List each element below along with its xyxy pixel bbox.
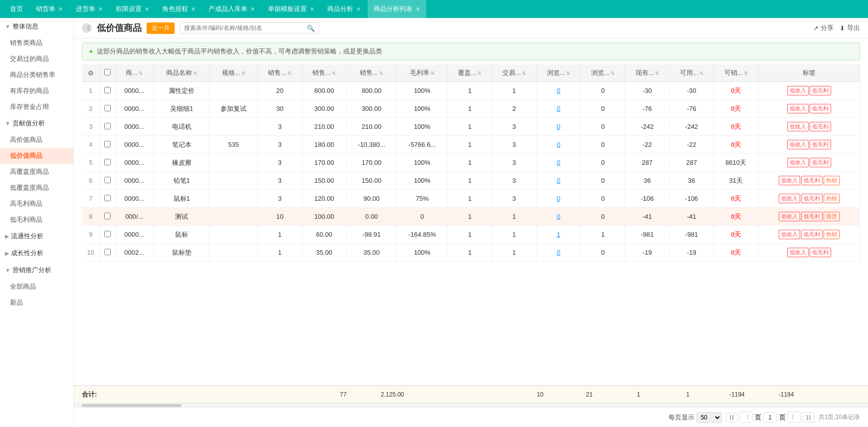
browse-count1[interactable]: 0 bbox=[536, 118, 581, 136]
nav-warehouse[interactable]: 产成品入库单 ✕ bbox=[203, 0, 261, 18]
close-icon[interactable]: ✕ bbox=[356, 6, 361, 12]
browse-link[interactable]: 0 bbox=[557, 195, 560, 202]
browse-count1[interactable]: 0 bbox=[536, 154, 581, 172]
sidebar-group-circulation[interactable]: ▶ 流通性分析 bbox=[0, 228, 73, 245]
row-checkbox-cell[interactable] bbox=[100, 190, 115, 208]
row-checkbox-cell[interactable] bbox=[100, 226, 115, 244]
sidebar-item-high-coverage[interactable]: 高覆盖度商品 bbox=[0, 164, 73, 180]
row-checkbox[interactable] bbox=[104, 231, 111, 237]
current-page[interactable]: 1 bbox=[763, 413, 777, 423]
sidebar-item-in-stock[interactable]: 有库存的商品 bbox=[0, 83, 73, 99]
browse-count1[interactable]: 0 bbox=[536, 208, 581, 226]
prev-page-button[interactable]: 〈 bbox=[740, 412, 753, 423]
col-settings[interactable]: ⚙ bbox=[82, 64, 100, 82]
share-button[interactable]: ↗ 分享 bbox=[813, 23, 834, 32]
browse-count1[interactable]: 1 bbox=[536, 226, 581, 244]
browse-link[interactable]: 0 bbox=[557, 177, 560, 184]
scrollbar-area[interactable] bbox=[74, 403, 868, 407]
browse-count1[interactable]: 0 bbox=[536, 244, 581, 262]
search-box[interactable]: 🔍 bbox=[180, 22, 319, 34]
row-checkbox-cell[interactable] bbox=[100, 172, 115, 190]
sidebar-item-new-products[interactable]: 新品 bbox=[0, 295, 73, 311]
nav-roles[interactable]: 角色授权 ✕ bbox=[156, 0, 202, 18]
col-margin[interactable]: 毛利率⇅ bbox=[397, 64, 447, 82]
export-button[interactable]: ⬇ 导出 bbox=[840, 23, 860, 32]
sidebar-item-sales-products[interactable]: 销售类商品 bbox=[0, 35, 73, 51]
row-checkbox-cell[interactable] bbox=[100, 154, 115, 172]
browse-count1[interactable]: 0 bbox=[536, 190, 581, 208]
col-val2[interactable]: 销售...⇅ bbox=[346, 64, 397, 82]
sidebar-group-marketing[interactable]: ▼ 营销推广分析 bbox=[0, 262, 73, 279]
browse-link[interactable]: 0 bbox=[557, 123, 560, 130]
row-checkbox[interactable] bbox=[104, 87, 111, 93]
col-checkbox[interactable] bbox=[100, 64, 115, 82]
col-browse2[interactable]: 浏览...⇅ bbox=[581, 64, 625, 82]
browse-link[interactable]: 0 bbox=[557, 159, 560, 166]
sidebar-group-contribution[interactable]: ▼ 贡献值分析 bbox=[0, 115, 73, 132]
col-qty[interactable]: 销售...⇅ bbox=[257, 64, 302, 82]
next-page-button[interactable]: 〉 bbox=[788, 412, 801, 423]
browse-count1[interactable]: 0 bbox=[536, 136, 581, 154]
browse-count1[interactable]: 0 bbox=[536, 82, 581, 100]
col-stock2[interactable]: 可用...⇅ bbox=[669, 64, 714, 82]
collapse-button[interactable]: 《 bbox=[82, 23, 92, 33]
nav-sales[interactable]: 销货单 ✕ bbox=[30, 0, 69, 18]
col-val1[interactable]: 销售...⇅ bbox=[302, 64, 346, 82]
sidebar-item-traded[interactable]: 交易过的商品 bbox=[0, 51, 73, 67]
row-checkbox-cell[interactable] bbox=[100, 82, 115, 100]
col-trade[interactable]: 交易...⇅ bbox=[492, 64, 536, 82]
close-icon[interactable]: ✕ bbox=[250, 6, 255, 12]
col-tags[interactable]: 标签 bbox=[758, 64, 860, 82]
sidebar-group-growth[interactable]: ▶ 成长性分析 bbox=[0, 245, 73, 262]
row-checkbox-cell[interactable] bbox=[100, 208, 115, 226]
row-checkbox[interactable] bbox=[104, 249, 111, 255]
sidebar-item-category-rate[interactable]: 商品分类销售率 bbox=[0, 67, 73, 83]
browse-count1[interactable]: 0 bbox=[536, 100, 581, 118]
sidebar-item-low-value[interactable]: 低价值商品 bbox=[0, 148, 73, 164]
browse-link[interactable]: 0 bbox=[557, 105, 560, 112]
sidebar-item-all-products[interactable]: 全部商品 bbox=[0, 279, 73, 295]
nav-perms[interactable]: 权限设置 ✕ bbox=[110, 0, 155, 18]
col-saleable[interactable]: 可销...⇅ bbox=[714, 64, 758, 82]
row-checkbox[interactable] bbox=[104, 105, 111, 111]
per-page-select[interactable]: 50 100 200 bbox=[696, 412, 722, 423]
row-checkbox[interactable] bbox=[104, 141, 111, 147]
select-all-checkbox[interactable] bbox=[104, 69, 111, 75]
row-checkbox-cell[interactable] bbox=[100, 136, 115, 154]
browse-link[interactable]: 1 bbox=[557, 231, 560, 238]
close-icon[interactable]: ✕ bbox=[191, 6, 196, 12]
row-checkbox[interactable] bbox=[104, 213, 111, 219]
close-icon[interactable]: ✕ bbox=[310, 6, 314, 12]
browse-link[interactable]: 0 bbox=[557, 87, 560, 94]
nav-analysis[interactable]: 商品分析 ✕ bbox=[321, 0, 367, 18]
row-checkbox[interactable] bbox=[104, 159, 111, 165]
row-checkbox[interactable] bbox=[104, 177, 111, 183]
last-page-button[interactable]: ⟩⟩ bbox=[803, 413, 815, 423]
nav-purchase[interactable]: 进货单 ✕ bbox=[70, 0, 109, 18]
col-spec[interactable]: 规格...⇅ bbox=[210, 64, 258, 82]
browse-link[interactable]: 0 bbox=[557, 249, 560, 256]
nav-template[interactable]: 单据模板设置 ✕ bbox=[262, 0, 320, 18]
col-name[interactable]: 商品名称⇅ bbox=[154, 64, 209, 82]
filter-recent-month-button[interactable]: 近一月 bbox=[147, 22, 175, 34]
nav-home[interactable]: 首页 bbox=[4, 0, 29, 18]
sidebar-item-high-value[interactable]: 高价值商品 bbox=[0, 132, 73, 148]
sidebar-item-high-margin[interactable]: 高毛利商品 bbox=[0, 196, 73, 212]
col-stock1[interactable]: 现有...⇅ bbox=[625, 64, 669, 82]
first-page-button[interactable]: ⟨⟨ bbox=[726, 413, 738, 423]
row-checkbox-cell[interactable] bbox=[100, 244, 115, 262]
nav-analysis-list[interactable]: 商品分析列表 ✕ bbox=[368, 0, 426, 18]
search-input[interactable] bbox=[184, 24, 304, 31]
browse-link[interactable]: 0 bbox=[557, 141, 560, 148]
sidebar-item-low-margin[interactable]: 低毛利商品 bbox=[0, 212, 73, 228]
row-checkbox-cell[interactable] bbox=[100, 100, 115, 118]
close-icon[interactable]: ✕ bbox=[145, 6, 149, 12]
sidebar-item-low-coverage[interactable]: 低覆盖度商品 bbox=[0, 180, 73, 196]
close-icon[interactable]: ✕ bbox=[98, 6, 103, 12]
row-checkbox[interactable] bbox=[104, 123, 111, 129]
sidebar-item-stock-fund[interactable]: 库存资金占用 bbox=[0, 99, 73, 115]
col-code[interactable]: 商...⇅ bbox=[115, 64, 154, 82]
row-checkbox[interactable] bbox=[104, 195, 111, 201]
table-container[interactable]: ⚙ 商...⇅ 商品名称⇅ 规格...⇅ 销售...⇅ 销售...⇅ 销售...… bbox=[74, 64, 868, 385]
browse-link[interactable]: 0 bbox=[557, 213, 560, 220]
